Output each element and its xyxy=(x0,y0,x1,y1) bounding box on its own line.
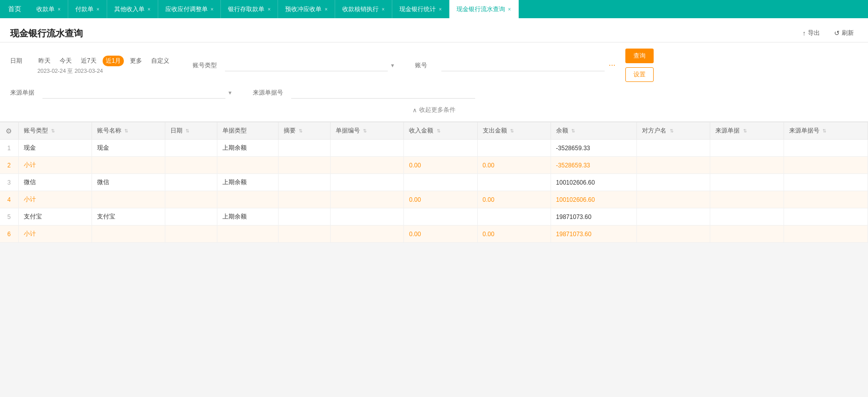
cell-source_doc_num xyxy=(784,174,867,191)
table-body: 1现金现金上期余额-3528659.332小计0.000.00-3528659.… xyxy=(0,140,868,243)
page-header: 现金银行流水查询 ↑ 导出 ↺ 刷新 xyxy=(0,18,868,42)
cell-source_doc xyxy=(710,191,784,208)
sort-counterparty-icon[interactable]: ⇅ xyxy=(670,128,674,134)
cell-balance: 100102606.60 xyxy=(551,174,636,191)
export-icon: ↑ xyxy=(803,29,806,37)
date-opt-7days[interactable]: 近7天 xyxy=(78,56,100,66)
export-button[interactable]: ↑ 导出 xyxy=(799,27,825,39)
cell-doc_type xyxy=(217,191,278,208)
cell-income: 0.00 xyxy=(404,157,477,174)
cell-expense xyxy=(477,140,551,157)
table-settings-icon[interactable]: ⚙ xyxy=(6,127,12,135)
close-cash-flow-tab-icon[interactable]: × xyxy=(508,7,511,12)
cell-account_name: 支付宝 xyxy=(92,208,165,226)
col-source-doc: 来源单据 ⇅ xyxy=(710,122,784,140)
account-type-input[interactable] xyxy=(225,60,388,71)
cell-account_type: 支付宝 xyxy=(18,208,92,226)
cell-source_doc_num xyxy=(784,226,867,243)
table-row[interactable]: 3微信微信上期余额100102606.60 xyxy=(0,174,868,191)
nav-tab-cash-stats[interactable]: 现金银行统计 × xyxy=(392,0,449,18)
cell-summary xyxy=(278,208,330,226)
sort-income-icon[interactable]: ⇅ xyxy=(437,128,441,134)
sort-doc-num-icon[interactable]: ⇅ xyxy=(363,128,367,134)
source-doc-label: 来源单据 xyxy=(10,89,34,97)
cell-expense: 0.00 xyxy=(477,157,551,174)
setting-button[interactable]: 设置 xyxy=(625,67,654,82)
nav-tab-verify[interactable]: 收款核销执行 × xyxy=(335,0,392,18)
nav-tab-bank-deposit[interactable]: 银行存取款单 × xyxy=(221,0,278,18)
date-opt-more[interactable]: 更多 xyxy=(127,56,145,66)
nav-tab-prepay[interactable]: 预收冲应收单 × xyxy=(278,0,335,18)
filter-row-date: 日期 昨天 今天 近7天 近1月 更多 自定义 2023-02-24 至 202… xyxy=(10,49,858,82)
col-summary: 摘要 ⇅ xyxy=(278,122,330,140)
cell-num: 1 xyxy=(0,140,18,157)
account-more-icon[interactable]: ··· xyxy=(609,61,615,70)
collapse-filters-button[interactable]: ∧ 收起更多条件 xyxy=(10,104,858,116)
close-adjustment-tab-icon[interactable]: × xyxy=(211,7,214,12)
nav-tab-cash-flow[interactable]: 现金银行流水查询 × xyxy=(449,0,519,18)
nav-tab-other-income[interactable]: 其他收入单 × xyxy=(107,0,158,18)
date-opt-yesterday[interactable]: 昨天 xyxy=(35,56,54,66)
source-doc-dropdown-icon[interactable]: ▼ xyxy=(227,90,233,96)
source-doc-input[interactable] xyxy=(42,87,225,99)
cell-num: 6 xyxy=(0,226,18,243)
cell-num: 5 xyxy=(0,208,18,226)
cell-account_type: 小计 xyxy=(18,157,92,174)
cell-counterparty xyxy=(637,191,710,208)
nav-tab-receipt[interactable]: 收款单 × xyxy=(29,0,68,18)
sort-source-doc-icon[interactable]: ⇅ xyxy=(743,128,747,134)
sort-account-type-icon[interactable]: ⇅ xyxy=(51,128,55,134)
close-payment-tab-icon[interactable]: × xyxy=(97,7,100,12)
table-row[interactable]: 4小计0.000.00100102606.60 xyxy=(0,191,868,208)
table-row[interactable]: 1现金现金上期余额-3528659.33 xyxy=(0,140,868,157)
nav-tab-adjustment[interactable]: 应收应付调整单 × xyxy=(158,0,221,18)
col-doc-type: 单据类型 xyxy=(217,122,278,140)
close-receipt-tab-icon[interactable]: × xyxy=(58,7,61,12)
cell-expense xyxy=(477,174,551,191)
cell-doc_num xyxy=(331,174,404,191)
cell-counterparty xyxy=(637,226,710,243)
sort-date-icon[interactable]: ⇅ xyxy=(186,128,190,134)
col-doc-num: 单据编号 ⇅ xyxy=(331,122,404,140)
close-prepay-tab-icon[interactable]: × xyxy=(325,7,328,12)
source-doc-num-label: 来源单据号 xyxy=(253,89,283,97)
cell-expense xyxy=(477,208,551,226)
close-verify-tab-icon[interactable]: × xyxy=(382,7,385,12)
account-input[interactable] xyxy=(441,60,605,71)
table-row[interactable]: 2小计0.000.00-3528659.33 xyxy=(0,157,868,174)
date-opt-custom[interactable]: 自定义 xyxy=(148,56,172,66)
cell-doc_num xyxy=(331,157,404,174)
cell-income xyxy=(404,208,477,226)
source-doc-num-input[interactable] xyxy=(291,87,475,99)
cell-income: 0.00 xyxy=(404,191,477,208)
sort-balance-icon[interactable]: ⇅ xyxy=(571,128,575,134)
date-opt-1month[interactable]: 近1月 xyxy=(103,56,124,66)
top-navigation: 首页 收款单 × 付款单 × 其他收入单 × 应收应付调整单 × 银行存取款单 … xyxy=(0,0,868,18)
date-label: 日期 xyxy=(10,57,28,65)
close-cash-stats-tab-icon[interactable]: × xyxy=(439,7,442,12)
nav-tab-payment[interactable]: 付款单 × xyxy=(68,0,107,18)
cell-balance: -3528659.33 xyxy=(551,157,636,174)
sort-expense-icon[interactable]: ⇅ xyxy=(510,128,514,134)
cell-source_doc xyxy=(710,208,784,226)
cell-source_doc xyxy=(710,157,784,174)
query-button[interactable]: 查询 xyxy=(625,49,654,63)
account-type-dropdown-icon[interactable]: ▼ xyxy=(390,63,395,68)
table-row[interactable]: 6小计0.000.0019871073.60 xyxy=(0,226,868,243)
cell-account_name: 微信 xyxy=(92,174,165,191)
cell-summary xyxy=(278,140,330,157)
date-opt-today[interactable]: 今天 xyxy=(57,56,75,66)
cell-balance: 19871073.60 xyxy=(551,226,636,243)
sort-source-doc-num-icon[interactable]: ⇅ xyxy=(823,128,827,134)
sort-summary-icon[interactable]: ⇅ xyxy=(299,128,303,134)
close-bank-deposit-tab-icon[interactable]: × xyxy=(267,7,270,12)
date-range-display: 2023-02-24 至 2023-03-24 xyxy=(37,68,103,74)
cell-source_doc xyxy=(710,174,784,191)
nav-home[interactable]: 首页 xyxy=(0,0,29,18)
table-row[interactable]: 5支付宝支付宝上期余额19871073.60 xyxy=(0,208,868,226)
close-other-income-tab-icon[interactable]: × xyxy=(148,7,151,12)
cell-source_doc_num xyxy=(784,157,867,174)
sort-account-name-icon[interactable]: ⇅ xyxy=(124,128,128,134)
refresh-button[interactable]: ↺ 刷新 xyxy=(830,27,858,39)
cell-counterparty xyxy=(637,208,710,226)
